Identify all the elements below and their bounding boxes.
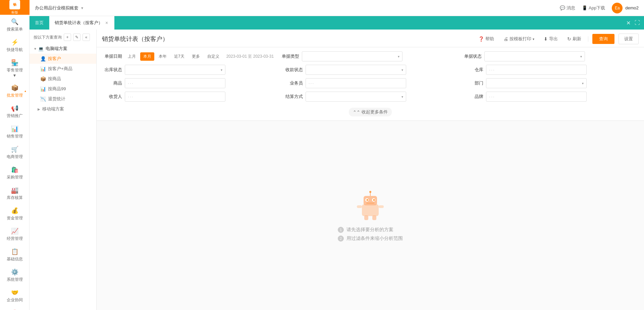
scheme-section-mobile-title[interactable]: ▶ 移动端方案 (30, 104, 96, 114)
tab-sales-stats[interactable]: 销货单统计表（按客户） × (49, 16, 114, 30)
receiver-group: 收货人 ··· (102, 92, 277, 102)
sidebar: 畅 标版 🔍 搜索菜单 ⚡ 快捷导航 🏪 零售管理 📦 批发管理 📢 营销推广 … (0, 0, 30, 310)
sidebar-item-base-info-label: 基础信息 (7, 256, 23, 262)
sales-mgmt-icon: 📊 (11, 125, 18, 133)
help-button[interactable]: ❓ 帮助 (476, 35, 497, 43)
date-tab-more[interactable]: 更多 (189, 52, 203, 61)
ecommerce-icon: 🛒 (11, 146, 18, 153)
sidebar-item-quick-nav[interactable]: ⚡ 快捷导航 (0, 35, 30, 56)
return-stats-icon: 📉 (40, 96, 46, 102)
sidebar-item-wholesale[interactable]: 📦 批发管理 (0, 81, 30, 101)
sidebar-item-base-info[interactable]: 📋 基础信息 (0, 245, 30, 265)
svg-rect-11 (364, 215, 368, 220)
date-tab-custom[interactable]: 自定义 (204, 52, 222, 61)
out-status-label: 出库状态 (102, 67, 122, 73)
help-label: 帮助 (485, 36, 494, 42)
tab-expand-btn[interactable]: ⛶ (633, 18, 641, 27)
sidebar-item-retail[interactable]: 🏪 零售管理 (0, 56, 30, 81)
retail-icon: 🏪 (11, 59, 18, 66)
export-button[interactable]: ⬇ 导出 (541, 35, 560, 43)
sidebar-item-ecommerce-label: 电商管理 (7, 154, 23, 160)
brand-dots: ··· (489, 94, 495, 99)
date-tab-this-year[interactable]: 本年 (156, 52, 170, 61)
sidebar-item-ops[interactable]: 📈 经营管理 (0, 224, 30, 245)
left-panel-header: 按以下方案查询 + ✎ « (30, 32, 96, 44)
by-customer-icon: 👤 (40, 56, 46, 61)
sidebar-item-purchase[interactable]: 🛍️ 采购管理 (0, 163, 30, 183)
page-title: 销货单统计表（按客户） (102, 35, 168, 43)
date-tab-this-month[interactable]: 本月 (140, 52, 154, 61)
settlement-select[interactable]: ▾ (306, 92, 406, 102)
header-title: 办公用品行业模拟账套 (35, 5, 78, 11)
content-area: 按以下方案查询 + ✎ « ▼ 💻 电脑端方案 👤 (30, 30, 644, 310)
brand-select[interactable]: ··· (486, 92, 587, 102)
svg-point-8 (369, 191, 371, 193)
query-button[interactable]: 查询 (592, 34, 614, 44)
sidebar-item-ecommerce[interactable]: 🛒 电商管理 (0, 142, 30, 163)
main-wrapper: 办公用品行业模拟账套 ▾ 💬 消息 📱 App下载 Ea demo2 首页 (30, 0, 644, 310)
filter-row-4: 收货人 ··· 结算方式 ▾ 品牌 (102, 92, 639, 102)
date-tab-last7[interactable]: 近7天 (171, 52, 187, 61)
product-group: 商品 ··· (102, 78, 277, 88)
receipt-status-select[interactable]: ▾ (306, 65, 406, 75)
out-status-select[interactable]: ▾ (125, 65, 225, 75)
sidebar-item-corp[interactable]: 🤝 企业协同 (0, 286, 30, 306)
order-status-select[interactable]: ▾ (484, 51, 585, 61)
sidebar-logo[interactable]: 畅 标版 (0, 0, 30, 15)
receiver-select[interactable]: ··· (125, 92, 225, 102)
divider (588, 36, 588, 42)
scheme-section-desktop-title[interactable]: ▼ 💻 电脑端方案 (30, 44, 96, 54)
department-select[interactable]: ▾ (486, 78, 587, 88)
scheme-item-return-stats[interactable]: 📉 退货统计 (30, 94, 96, 104)
empty-state: 1 请先选择要分析的方案 2 用过滤条件来缩小分析范围 (97, 121, 644, 310)
collapse-up-icon: ⌃⌃ (353, 110, 360, 115)
refresh-button[interactable]: ↻ 刷新 (565, 35, 584, 43)
sidebar-item-sys[interactable]: ⚙️ 系统管理 (0, 265, 30, 286)
tab-sales-stats-label: 销货单统计表（按客户） (55, 20, 103, 26)
sidebar-item-finance[interactable]: 💰 资金管理 (0, 204, 30, 224)
template-print-button[interactable]: 🖨 按模板打印 ▾ (501, 35, 537, 43)
base-info-icon: 📋 (11, 248, 18, 255)
sidebar-item-marketing[interactable]: 📢 营销推广 (0, 101, 30, 122)
sidebar-item-sales-mgmt[interactable]: 📊 销售管理 (0, 122, 30, 142)
department-label: 部门 (463, 80, 483, 86)
tab-close-icon[interactable]: × (105, 20, 109, 25)
order-type-select[interactable]: ▾ (302, 51, 402, 61)
message-button[interactable]: 💬 消息 (560, 5, 575, 11)
receiver-label: 收货人 (102, 94, 122, 100)
inventory-icon: 🏭 (11, 187, 18, 194)
sidebar-item-new-guide[interactable]: 🎯 新手引导 (0, 306, 30, 310)
scheme-item-by-customer-product[interactable]: 📊 按客户+商品 (30, 64, 96, 74)
user-area[interactable]: Ea demo2 (612, 3, 639, 13)
add-scheme-button[interactable]: + (64, 34, 71, 41)
edit-scheme-button[interactable]: ✎ (73, 34, 80, 41)
header-dropdown-icon[interactable]: ▾ (81, 6, 83, 10)
sidebar-item-inventory[interactable]: 🏭 库存核算 (0, 183, 30, 204)
collapse-button[interactable]: ⌃⌃ 收起更多条件 (349, 108, 392, 116)
by-product-label: 按商品 (48, 76, 61, 82)
logo-text: 标版 (11, 10, 18, 15)
sidebar-item-search[interactable]: 🔍 搜索菜单 (0, 15, 30, 35)
sidebar-item-ops-label: 经营管理 (7, 236, 23, 242)
app-download-button[interactable]: 📱 App下载 (582, 5, 605, 11)
tab-close-window-btn[interactable]: ✕ (625, 18, 632, 28)
salesperson-select[interactable]: ··· (306, 78, 406, 88)
svg-rect-10 (379, 205, 384, 208)
date-tab-last-month[interactable]: 上月 (125, 52, 139, 61)
settlement-chevron: ▾ (401, 95, 403, 99)
svg-rect-9 (357, 205, 362, 208)
scheme-item-by-product99[interactable]: 📊 按商品99 (30, 84, 96, 94)
scheme-item-by-customer[interactable]: 👤 按客户 (30, 54, 96, 64)
warehouse-label: 仓库 (463, 67, 483, 73)
date-filter-label: 单据日期 (102, 53, 122, 59)
warehouse-select[interactable]: ··· (486, 65, 587, 75)
settings-button[interactable]: 设置 (619, 34, 639, 44)
tab-home[interactable]: 首页 (30, 16, 49, 30)
empty-hint-2: 2 用过滤条件来缩小分析范围 (338, 236, 403, 242)
svg-point-4 (367, 199, 368, 201)
plus-icon: + (66, 35, 68, 40)
print-icon: 🖨 (503, 36, 508, 42)
product-select[interactable]: ··· (125, 78, 225, 88)
scheme-item-by-product[interactable]: 📦 按商品 (30, 74, 96, 84)
collapse-panel-button[interactable]: « (83, 34, 90, 41)
